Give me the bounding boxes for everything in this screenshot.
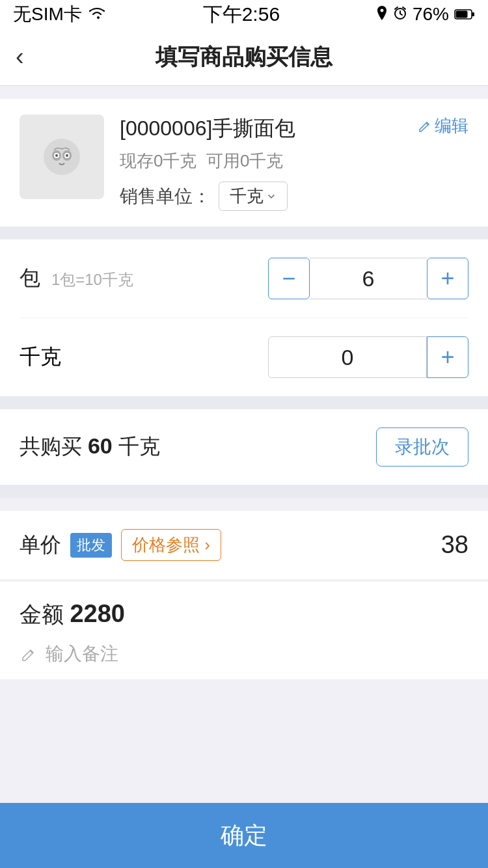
price-tag-pi: 批发 bbox=[70, 533, 112, 558]
confirm-button[interactable]: 确定 bbox=[0, 803, 488, 868]
product-info: [0000006]手撕面包 编辑 现存0千克 可用0千克 销售单位： 千克 bbox=[120, 115, 468, 211]
section-separator-3 bbox=[0, 485, 488, 498]
unit-select[interactable]: 千克 bbox=[219, 182, 288, 211]
price-label: 单价 bbox=[20, 531, 61, 560]
section-separator-2 bbox=[0, 396, 488, 409]
product-unit-row: 销售单位： 千克 bbox=[120, 182, 468, 211]
kg-plus-button[interactable]: + bbox=[427, 336, 468, 378]
bag-sub-label: 1包=10千克 bbox=[51, 271, 133, 288]
price-ref-button[interactable]: 价格参照 › bbox=[121, 529, 221, 561]
svg-rect-2 bbox=[472, 12, 474, 16]
status-time: 下午2:56 bbox=[203, 1, 280, 28]
section-separator-1 bbox=[0, 226, 488, 239]
battery-icon bbox=[454, 4, 475, 25]
wifi-icon bbox=[87, 4, 107, 25]
bag-label: 包 1包=10千克 bbox=[20, 264, 133, 293]
bag-input-row: 包 1包=10千克 − + bbox=[20, 239, 468, 318]
amount-value: 2280 bbox=[70, 600, 125, 627]
product-thumbnail bbox=[20, 115, 104, 199]
bag-stepper: − + bbox=[268, 258, 468, 299]
kg-quantity-input[interactable] bbox=[268, 336, 427, 378]
product-name: [0000006]手撕面包 bbox=[120, 115, 295, 143]
price-left: 单价 批发 价格参照 › bbox=[20, 529, 221, 561]
alarm-icon bbox=[393, 4, 407, 25]
location-icon bbox=[376, 4, 388, 25]
svg-rect-3 bbox=[456, 11, 468, 18]
kg-label: 千克 bbox=[20, 343, 61, 372]
bag-plus-button[interactable]: + bbox=[427, 258, 468, 299]
product-stock: 现存0千克 可用0千克 bbox=[120, 150, 468, 172]
amount-section: 金额 2280 输入备注 bbox=[0, 582, 488, 679]
product-card: [0000006]手撕面包 编辑 现存0千克 可用0千克 销售单位： 千克 bbox=[0, 99, 488, 226]
edit-button[interactable]: 编辑 bbox=[418, 115, 468, 137]
battery-label: 76% bbox=[413, 4, 449, 25]
svg-point-10 bbox=[66, 154, 68, 157]
status-bar: 无SIM卡 下午2:56 76% bbox=[0, 0, 488, 29]
total-text: 共购买 60 千克 bbox=[20, 433, 160, 461]
nav-bar: ‹ 填写商品购买信息 bbox=[0, 29, 488, 86]
bag-minus-button[interactable]: − bbox=[268, 258, 310, 299]
remark-row[interactable]: 输入备注 bbox=[20, 642, 468, 666]
status-left: 无SIM卡 bbox=[13, 2, 107, 27]
price-value: 38 bbox=[441, 531, 468, 559]
kg-stepper: + bbox=[268, 336, 468, 378]
carrier-label: 无SIM卡 bbox=[13, 2, 82, 27]
total-batch-row: 共购买 60 千克 录批次 bbox=[0, 409, 488, 485]
amount-row: 金额 2280 bbox=[20, 600, 468, 630]
page-title: 填写商品购买信息 bbox=[156, 42, 332, 72]
price-section: 单价 批发 价格参照 › 38 bbox=[0, 511, 488, 579]
pencil-icon bbox=[20, 645, 38, 663]
back-button[interactable]: ‹ bbox=[16, 43, 24, 71]
svg-point-4 bbox=[44, 139, 80, 175]
kg-input-row: 千克 + bbox=[20, 318, 468, 396]
remark-placeholder: 输入备注 bbox=[46, 642, 118, 666]
status-right: 76% bbox=[376, 4, 475, 25]
input-section: 包 1包=10千克 − + 千克 + bbox=[0, 239, 488, 396]
svg-point-9 bbox=[55, 154, 58, 157]
batch-button[interactable]: 录批次 bbox=[376, 427, 468, 467]
bag-quantity-input[interactable] bbox=[310, 258, 427, 299]
